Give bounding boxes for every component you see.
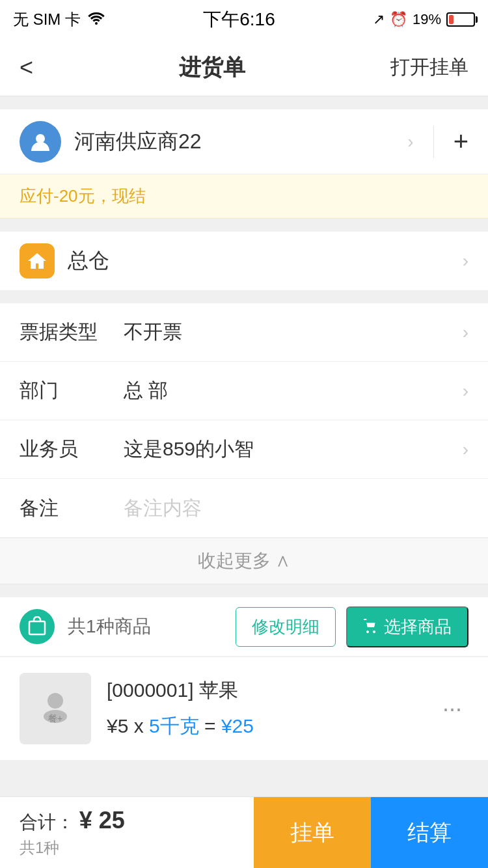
gap-4 [0,584,488,597]
quantity: 5千克 [149,715,199,737]
supplier-name: 河南供应商22 [74,128,407,156]
warehouse-icon [20,243,55,278]
battery-icon [446,12,475,27]
total-price: ¥25 [221,715,254,737]
product-code: [0000001] [107,679,199,701]
supplier-avatar [20,121,61,163]
products-count: 共1种商品 [68,614,236,639]
select-product-label: 选择商品 [384,616,452,638]
total-area: 合计： ¥ 25 共1种 [0,807,254,858]
invoice-value: 不开票 [111,319,463,346]
total-count: 共1种 [20,837,234,858]
products-header: 共1种商品 修改明细 选择商品 [0,597,488,656]
products-icon [20,609,55,644]
battery-label: 19% [413,11,441,28]
product-placeholder-icon: 餐+ [34,688,76,729]
collapse-bar[interactable]: 收起更多 ∧ [0,537,488,584]
notice-text: 应付-20元，现结 [20,186,146,206]
invoice-label: 票据类型 [20,319,111,346]
department-value: 总 部 [111,377,463,404]
department-row[interactable]: 部门 总 部 › [0,362,488,420]
bottom-bar: 合计： ¥ 25 共1种 挂单 结算 [0,796,488,868]
supplier-divider [433,126,434,158]
svg-rect-1 [29,621,45,634]
gap-3 [0,290,488,303]
nav-bar: < 进货单 打开挂单 [0,39,488,96]
total-label: 合计： [20,812,74,832]
department-chevron-icon: › [463,381,468,401]
product-thumbnail: 餐+ [20,673,91,744]
page-title: 进货单 [179,53,245,83]
wifi-icon [87,10,105,29]
total-row: 合计： ¥ 25 [20,807,234,835]
unit-price: ¥5 x [107,715,149,737]
svg-text:餐+: 餐+ [48,713,62,724]
svg-point-2 [47,693,63,709]
status-bar: 无 SIM 卡 下午6:16 ↗ ⏰ 19% [0,0,488,39]
product-info: [0000001] 苹果 ¥5 x 5千克 = ¥25 [107,677,436,740]
product-price: ¥5 x 5千克 = ¥25 [107,713,436,740]
product-name: [0000001] 苹果 [107,677,436,704]
supplier-chevron-icon: › [407,131,413,152]
svg-point-0 [36,134,45,143]
remark-row[interactable]: 备注 备注内容 [0,479,488,537]
salesman-row[interactable]: 业务员 这是859的小智 › [0,420,488,479]
open-suspend-button[interactable]: 打开挂单 [390,54,468,81]
checkout-button[interactable]: 结算 [371,797,488,869]
status-time: 下午6:16 [203,7,275,32]
gap-1 [0,96,488,109]
status-right: ↗ ⏰ 19% [373,11,475,28]
warehouse-name: 总仓 [68,247,463,275]
remark-label: 备注 [20,495,111,522]
supplier-row[interactable]: 河南供应商22 › + [0,109,488,174]
salesman-label: 业务员 [20,436,111,463]
person-icon [29,130,52,154]
collapse-label: 收起更多 ∧ [198,549,291,573]
salesman-chevron-icon: › [463,439,468,460]
product-more-button[interactable]: ··· [436,688,468,729]
status-left: 无 SIM 卡 [13,9,105,30]
select-product-button[interactable]: 选择商品 [346,606,468,647]
location-icon: ↗ [373,11,385,28]
back-button[interactable]: < [20,54,33,81]
gap-2 [0,219,488,232]
product-item: 餐+ [0000001] 苹果 ¥5 x 5千克 = ¥25 ··· [0,657,488,760]
department-label: 部门 [20,377,111,404]
invoice-row[interactable]: 票据类型 不开票 › [0,303,488,362]
salesman-value: 这是859的小智 [111,436,463,463]
shopping-icon [27,616,47,637]
total-amount: ¥ 25 [79,807,125,834]
cart-icon [363,619,379,634]
equals: = [199,715,221,737]
alarm-icon: ⏰ [390,11,407,28]
warehouse-chevron-icon: › [463,251,468,271]
add-supplier-button[interactable]: + [454,127,468,156]
suspend-button[interactable]: 挂单 [254,797,371,869]
home-icon [27,251,47,271]
modify-detail-button[interactable]: 修改明细 [236,607,336,647]
warehouse-row[interactable]: 总仓 › [0,232,488,290]
invoice-chevron-icon: › [463,322,468,343]
remark-input[interactable]: 备注内容 [111,495,468,522]
form-section: 票据类型 不开票 › 部门 总 部 › 业务员 这是859的小智 › 备注 备注… [0,303,488,537]
product-title: 苹果 [199,679,238,701]
notice-bar: 应付-20元，现结 [0,174,488,219]
carrier-label: 无 SIM 卡 [13,9,81,30]
